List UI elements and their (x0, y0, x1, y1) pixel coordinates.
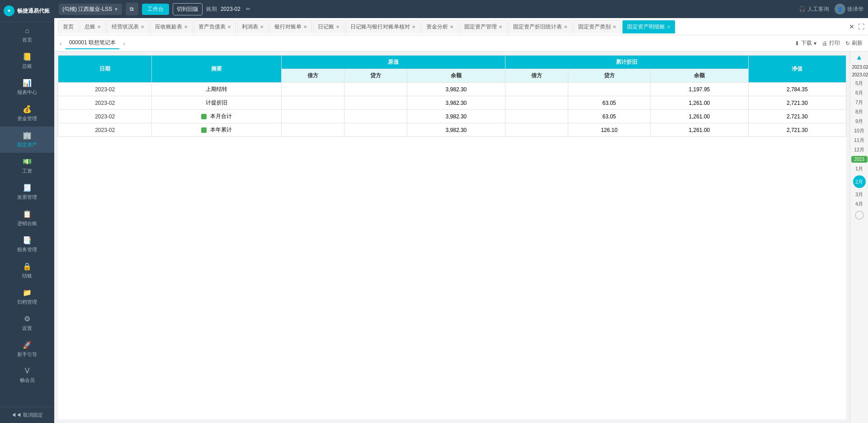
sidebar-item-settings[interactable]: ⚙ 设置 (0, 310, 54, 336)
switch-button[interactable]: 切到旧版 (173, 3, 203, 15)
col-net-value: 净值 (748, 56, 846, 83)
top-bar-right: 🎧 人工客询 👤 徐泽华 (799, 4, 863, 14)
tab-receivable-close-icon[interactable]: ✕ (184, 24, 188, 29)
timeline-month-11[interactable]: 11月 (851, 136, 868, 145)
tab-fixed-type-close-icon[interactable]: ✕ (613, 24, 616, 29)
tab-fixed-type[interactable]: 固定资产类别 ✕ (573, 20, 621, 33)
sidebar-item-salary[interactable]: 💵 工资 (0, 153, 54, 179)
sidebar-item-closing[interactable]: 🔒 结账 (0, 258, 54, 284)
row1-date: 2023-02 (58, 83, 152, 96)
tab-fund-analysis[interactable]: 资金分析 ✕ (421, 20, 458, 33)
tab-assets-liab[interactable]: 资产负债表 ✕ (193, 20, 236, 33)
tab-bank-stmt[interactable]: 银行对账单 ✕ (269, 20, 312, 33)
tab-receivable[interactable]: 应收账龄表 ✕ (150, 20, 193, 33)
sidebar-item-member[interactable]: V 畅会员 (0, 362, 54, 388)
sidebar-item-label: 工资 (22, 168, 32, 174)
company-selector[interactable]: (勾稽) 江西服业-LSS ▼ (59, 4, 122, 15)
download-label: 下载 (801, 39, 812, 47)
timeline-month-6[interactable]: 6月 (851, 88, 868, 98)
tab-fixed-depr-close-icon[interactable]: ✕ (564, 24, 567, 29)
tab-bank-stmt-close-icon[interactable]: ✕ (303, 24, 307, 29)
timeline-year-2023-b[interactable]: 2023.02 (851, 71, 868, 79)
work-button[interactable]: 工作台 (142, 4, 169, 15)
sidebar-item-guide[interactable]: 🚀 新手引导 (0, 336, 54, 362)
service-label: 人工客询 (807, 5, 829, 13)
tab-receivable-label: 应收账龄表 (155, 23, 182, 31)
sub-tab-actions: ⬇ 下载 ▾ 🖨 打印 ↻ 刷新 (795, 39, 863, 47)
print-button[interactable]: 🖨 打印 (822, 39, 840, 47)
tab-maximize-icon[interactable]: ⛶ (858, 23, 864, 30)
tab-fixed-detail[interactable]: 固定资产明细账 ✕ (622, 20, 675, 33)
sidebar-item-home[interactable]: ⌂ 首页 (0, 22, 54, 48)
tab-profit[interactable]: 利润表 ✕ (237, 20, 269, 33)
purchase-sales-icon: 📋 (23, 210, 32, 218)
timeline-month-9[interactable]: 9月 (851, 117, 868, 126)
sub-tab-item[interactable]: 000001 联想笔记本 (66, 37, 119, 49)
timeline-month-12[interactable]: 12月 (851, 145, 868, 155)
col-date: 日期 (58, 56, 152, 83)
sub-tab-label: 000001 联想笔记本 (69, 39, 116, 47)
user-service[interactable]: 🎧 人工客询 (799, 5, 829, 13)
sidebar-item-funds[interactable]: 💰 资金管理 (0, 100, 54, 127)
closing-icon: 🔒 (23, 262, 32, 271)
sidebar-item-tax[interactable]: 📑 税务管理 (0, 231, 54, 258)
member-icon: V (25, 367, 30, 375)
timeline-month-2-active[interactable]: 2月 (853, 175, 866, 188)
row3-summary: 本月合计 (152, 110, 281, 123)
tab-journal[interactable]: 日记账 ✕ (313, 20, 344, 33)
timeline-month-10[interactable]: 10月 (851, 126, 868, 136)
sidebar-item-reports[interactable]: 📊 报表中心 (0, 74, 54, 100)
tab-bank-stmt-label: 银行对账单 (274, 23, 302, 31)
sidebar-item-invoice[interactable]: 🧾 发票管理 (0, 179, 54, 205)
timeline-month-3[interactable]: 3月 (851, 190, 868, 199)
tab-journal-label: 日记账 (318, 23, 334, 31)
tab-ledger[interactable]: 总账 ✕ (80, 20, 106, 33)
timeline-month-8[interactable]: 8月 (851, 107, 868, 117)
tab-business[interactable]: 经营状况表 ✕ (107, 20, 149, 33)
tab-assets-liab-close-icon[interactable]: ✕ (227, 24, 231, 29)
sub-tab-prev-icon[interactable]: ‹ (60, 40, 62, 47)
tab-fixed-mgmt[interactable]: 固定资产管理 ✕ (459, 20, 507, 33)
tab-fixed-depr[interactable]: 固定资产折旧统计表 ✕ (508, 20, 572, 33)
tab-fund-analysis-close-icon[interactable]: ✕ (450, 24, 453, 29)
download-button[interactable]: ⬇ 下载 ▾ (795, 39, 816, 47)
sidebar-item-label: 首页 (22, 37, 32, 43)
timeline-month-7[interactable]: 7月 (851, 98, 868, 107)
timeline-year-2023-top[interactable]: 2023.02 (851, 63, 868, 71)
timeline-month-1[interactable]: 1月 (851, 164, 868, 174)
sidebar-item-purchase-sales[interactable]: 📋 进销台账 (0, 205, 54, 231)
refresh-label: 刷新 (852, 39, 863, 47)
tab-journal-bank-label: 日记账与银行对账单核对 (350, 23, 410, 31)
tab-journal-close-icon[interactable]: ✕ (336, 24, 340, 29)
sidebar-item-fixed-assets[interactable]: 🏢 固定资产 (0, 127, 54, 153)
tab-business-close-icon[interactable]: ✕ (141, 24, 144, 29)
table-row: 2023-02 计提折旧 3,982.30 63.05 1,261.00 2,7… (58, 96, 846, 110)
print-icon: 🖨 (822, 40, 827, 47)
timeline-month-4[interactable]: 4月 (851, 199, 868, 209)
tab-close-all-icon[interactable]: ✕ (849, 23, 854, 30)
sidebar-item-label: 新手引导 (17, 351, 37, 358)
sidebar-item-archive[interactable]: 📁 归档管理 (0, 284, 54, 310)
tab-fixed-detail-close-icon[interactable]: ✕ (667, 24, 670, 29)
copy-button[interactable]: ⧉ (126, 3, 138, 15)
content-area: 日期 摘要 原值 累计折旧 净值 借方 贷方 余额 借方 贷方 余额 (54, 52, 868, 423)
row3-lj-balance: 1,261.00 (651, 110, 748, 123)
unpin-button[interactable]: ◀◀ 取消固定 (0, 407, 54, 423)
tab-journal-bank[interactable]: 日记账与银行对账单核对 ✕ (345, 20, 420, 33)
tab-profit-close-icon[interactable]: ✕ (260, 24, 264, 29)
tab-home[interactable]: 首页 (58, 20, 79, 33)
sidebar-item-ledger[interactable]: 📒 总账 (0, 48, 54, 74)
timeline-up-icon[interactable]: ▲ (856, 53, 863, 61)
sidebar-logo: ✦ 畅捷通易代账 (0, 0, 54, 22)
tab-journal-bank-close-icon[interactable]: ✕ (412, 24, 415, 29)
refresh-button[interactable]: ↻ 刷新 (845, 39, 863, 47)
col-summary: 摘要 (152, 56, 281, 83)
tab-profit-label: 利润表 (242, 23, 258, 31)
tab-ledger-close-icon[interactable]: ✕ (97, 24, 101, 29)
user-profile[interactable]: 👤 徐泽华 (835, 4, 863, 14)
timeline-circle-icon[interactable] (855, 211, 864, 220)
period-edit-icon[interactable]: ✏ (246, 6, 250, 12)
sub-tab-next-icon[interactable]: › (123, 40, 125, 47)
timeline-month-5[interactable]: 5月 (851, 79, 868, 88)
tab-fixed-mgmt-close-icon[interactable]: ✕ (499, 24, 502, 29)
